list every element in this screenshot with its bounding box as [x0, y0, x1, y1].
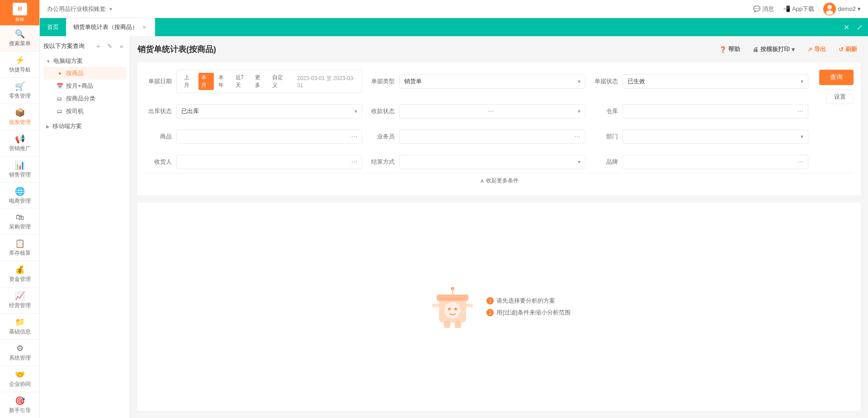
sidebar-item-sales[interactable]: 📊 销售管理 [0, 157, 39, 183]
close-window-button[interactable]: ✕ [842, 21, 851, 33]
newguide-icon: 🎯 [15, 396, 25, 406]
department-control[interactable]: ▾ [623, 129, 808, 144]
date-tab-more[interactable]: 更多 [252, 73, 268, 90]
app-download-label: App下载 [792, 5, 814, 13]
add-scheme-button[interactable]: + [94, 42, 103, 51]
sidebar-item-operation[interactable]: 📈 经营管理 [0, 287, 39, 314]
sidebar-item-basicinfo[interactable]: 📁 基础信息 [0, 314, 39, 340]
brand-control[interactable]: ··· [623, 155, 808, 169]
sidebar-item-retail[interactable]: 🛒 零售管理 [0, 78, 39, 104]
close-tab-icon[interactable]: ✕ [141, 24, 148, 31]
empty-svg [428, 282, 477, 332]
help-button[interactable]: ❓ 帮助 [716, 43, 744, 55]
svg-point-5 [444, 302, 461, 318]
tree-group-pc-header[interactable]: ▼ 电脑端方案 [43, 55, 126, 67]
date-tab-last-month[interactable]: 上月 [181, 73, 197, 90]
action-buttons: 查询 设置 [819, 70, 854, 104]
tree-item-by-sku[interactable]: 🗂 按司机 [43, 105, 126, 118]
sidebar-item-system[interactable]: ⚙ 系统管理 [0, 340, 39, 366]
settlement-dropdown-icon: ▾ [578, 159, 580, 165]
retail-icon: 🛒 [15, 81, 25, 91]
department-label: 部门 [591, 133, 623, 141]
sidebar-item-enterprise[interactable]: 🤝 企业协同 [0, 366, 39, 392]
type-label: 单据类型 [368, 77, 399, 86]
type-control[interactable]: 销货单 ▾ [399, 74, 585, 89]
user-name: demo2 [838, 5, 856, 12]
filter-department: 部门 ▾ [591, 129, 808, 144]
date-tabs: 上月 本月 本年 近7天 更多 自定义 [181, 73, 290, 90]
warehouse-status-label: 出库状态 [145, 107, 176, 115]
tree-item-by-category[interactable]: 🗂 按商品分类 [43, 92, 126, 105]
system-icon: ⚙ [16, 343, 24, 353]
product-control[interactable]: ··· [176, 129, 362, 144]
date-label: 单据日期 [145, 77, 176, 86]
filter-row-3: 商品 ··· 业务员 ··· [145, 129, 808, 144]
sidebar-item-search[interactable]: 🔍 搜索菜单 [0, 25, 39, 52]
sidebar-item-marketing[interactable]: 📢 营销推广 [0, 130, 39, 157]
sidebar-item-finance[interactable]: 💰 资金管理 [0, 261, 39, 287]
date-tab-custom[interactable]: 自定义 [269, 73, 290, 90]
avatar-image [823, 3, 836, 15]
tree-group-mobile-header[interactable]: ▶ 移动端方案 [43, 120, 126, 132]
sidebar-item-ecommerce[interactable]: 🌐 电商管理 [0, 183, 39, 209]
date-range-control[interactable]: 上月 本月 本年 近7天 更多 自定义 2023-03-01 至 2023-03… [176, 70, 362, 93]
hint-text-2: 用[过滤]条件来缩小分析范围 [496, 309, 570, 317]
topbar-left: 办公用品行业模拟账套 ▾ [47, 5, 112, 13]
sidebar-item-quicknav[interactable]: ⚡ 快捷导航 [0, 52, 39, 78]
sidebar-item-label: 快捷导航 [9, 66, 31, 74]
tab-sales-stat-label: 销货单统计表（按商品） [73, 23, 138, 31]
warehouse-control[interactable]: ··· [623, 104, 808, 119]
empty-state: 1 请先选择要分析的方案 2 用[过滤]条件来缩小分析范围 [137, 203, 861, 411]
filter-warehouse: 仓库 ··· [591, 104, 808, 119]
expand-window-button[interactable]: ⤢ [855, 21, 864, 33]
refresh-button[interactable]: ↺ 刷新 [835, 43, 861, 55]
message-button[interactable]: 💬 消息 [753, 5, 774, 13]
hint-num-1: 1 [486, 297, 494, 304]
tree-item-by-month-product[interactable]: 📅 按月+商品 [43, 80, 126, 92]
query-button[interactable]: 查询 [819, 70, 854, 85]
warehouse-status-dropdown-icon: ▾ [354, 108, 357, 114]
payment-dots-icon: ··· [488, 107, 494, 115]
app-download-button[interactable]: 📲 App下载 [783, 5, 814, 13]
user-menu[interactable]: demo2 ▾ [823, 3, 861, 15]
sidebar-item-label: 经营管理 [9, 302, 31, 309]
edit-scheme-button[interactable]: ✎ [105, 42, 114, 51]
export-button[interactable]: ↗ 导出 [804, 43, 830, 55]
warehouse-status-control[interactable]: 已出库 ▾ [176, 104, 362, 119]
settings-button[interactable]: 设置 [826, 90, 854, 104]
sidebar-item-label: 零售管理 [9, 92, 31, 100]
collapse-panel-button[interactable]: « [117, 42, 126, 51]
basicinfo-icon: 📁 [15, 317, 25, 327]
sidebar-item-label: 搜索菜单 [9, 40, 31, 48]
tab-home[interactable]: 首页 [40, 18, 66, 36]
left-panel-title: 按以下方案查询 [43, 42, 85, 50]
tree-group-mobile: ▶ 移动端方案 [43, 120, 126, 132]
workspace-dropdown[interactable]: ▾ [109, 6, 112, 12]
sidebar-item-purchase[interactable]: 🛍 采购管理 [0, 209, 39, 235]
salesperson-control[interactable]: ··· [399, 129, 585, 144]
tree-item-label: 按商品 [66, 69, 84, 77]
tab-sales-stat[interactable]: 销货单统计表（按商品） ✕ [66, 18, 155, 36]
refresh-icon: ↺ [839, 46, 844, 53]
tree-group-pc: ▼ 电脑端方案 ● 按商品 📅 按月+商品 🗂 按商品分类 🗂 按司机 [43, 55, 126, 118]
filter-payment-status: 收款状态 ··· ▾ [368, 104, 585, 119]
main-area: 办公用品行业模拟账套 ▾ 💬 消息 📲 App下载 de [40, 0, 868, 418]
sidebar-item-inventory[interactable]: 📋 库存核算 [0, 235, 39, 261]
date-tab-last7days[interactable]: 近7天 [233, 73, 251, 90]
workspace-title: 办公用品行业模拟账套 [47, 5, 106, 13]
filter-settlement: 结算方式 ▾ [368, 155, 585, 169]
sidebar-item-wholesale[interactable]: 📦 批发管理 [0, 104, 39, 130]
sidebar-item-newguide[interactable]: 🎯 新手引导 [0, 392, 39, 418]
date-tab-this-year[interactable]: 本年 [216, 73, 231, 90]
settlement-control[interactable]: ▾ [399, 155, 585, 169]
message-label: 消息 [762, 5, 774, 13]
tree-item-by-product[interactable]: ● 按商品 [43, 67, 126, 80]
topbar-right: 💬 消息 📲 App下载 demo2 ▾ [753, 3, 861, 15]
payment-status-control[interactable]: ··· ▾ [399, 104, 585, 119]
consignee-control[interactable]: ··· [176, 155, 362, 169]
status-control[interactable]: 已生效 ▾ [623, 74, 808, 89]
date-tab-this-month[interactable]: 本月 [198, 73, 214, 90]
template-print-button[interactable]: 🖨 按模板打印 ▾ [749, 43, 798, 55]
sidebar: 好 标账 🔍 搜索菜单 ⚡ 快捷导航 🛒 零售管理 📦 批发管理 📢 营销推广 … [0, 0, 40, 418]
collapse-bar[interactable]: ∧ 收起更多条件 [145, 173, 854, 188]
